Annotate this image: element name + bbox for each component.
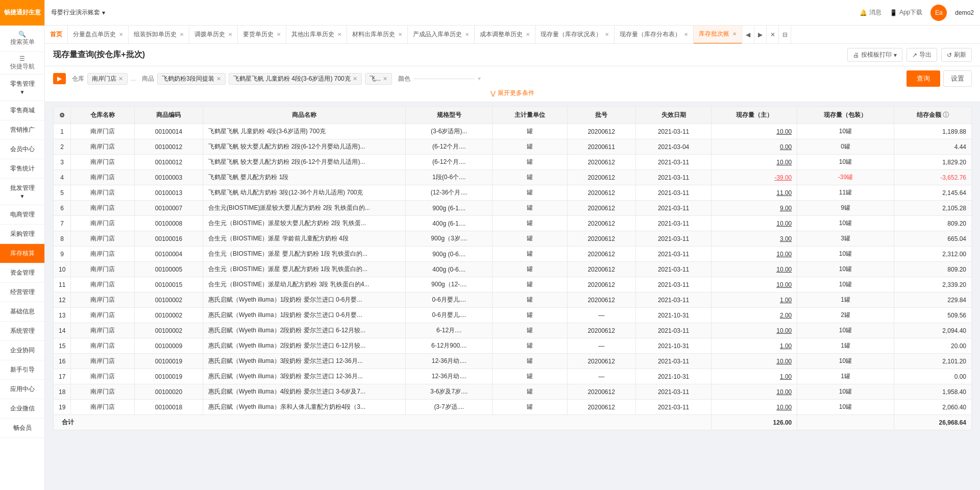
setting-button[interactable]: 设置	[943, 70, 972, 87]
sidebar-item-operations[interactable]: 经营管理	[0, 283, 44, 302]
col-settings[interactable]: ⚙	[54, 107, 71, 124]
sidebar-item-ecommerce[interactable]: 电商管理	[0, 205, 44, 225]
tab-transfer[interactable]: 调拨单历史 ✕	[189, 26, 238, 44]
tab-next-btn[interactable]: ▶	[754, 26, 767, 44]
close-icon[interactable]: ✕	[216, 76, 221, 82]
row-no: 13	[54, 308, 71, 323]
tab-order[interactable]: 要货单历史 ✕	[238, 26, 286, 44]
close-icon[interactable]: ✕	[119, 32, 123, 37]
row-qty-main[interactable]: 10.00	[712, 262, 797, 277]
row-qty-main[interactable]: 10.00	[712, 400, 797, 415]
tab-product-in[interactable]: 产成品入库单历史 ✕	[408, 26, 475, 44]
quick-nav[interactable]: ☰ 快捷导航	[0, 52, 44, 75]
tab-material-out[interactable]: 材料出库单历史 ✕	[347, 26, 408, 44]
tab-assemble[interactable]: 组装拆卸单历史 ✕	[129, 26, 189, 44]
tab-inventory-count[interactable]: 分量盘点单历史 ✕	[68, 26, 129, 44]
filter-expand-btn[interactable]: ▶	[53, 73, 66, 84]
tab-cost-adjust[interactable]: 成本调整单历史 ✕	[475, 26, 535, 44]
row-name: 合生元（BIOSTIME）派星幼儿配方奶粉 3段 乳铁蛋白的4...	[203, 277, 406, 292]
row-batch: 20200612	[567, 292, 635, 308]
tab-menu-btn[interactable]: ⊟	[779, 26, 791, 44]
sidebar-item-basic[interactable]: 基础信息	[0, 302, 44, 322]
row-expire: 2021-03-11	[635, 155, 712, 170]
close-icon[interactable]: ✕	[118, 76, 123, 82]
sidebar-item-retail[interactable]: 零售管理 ▼	[0, 75, 44, 101]
warehouse-tag[interactable]: 南岸门店 ✕	[87, 73, 128, 85]
close-icon[interactable]: ✕	[180, 32, 184, 37]
row-qty-main[interactable]: 10.00	[712, 247, 797, 262]
sidebar-item-apps[interactable]: 应用中心	[0, 380, 44, 399]
sidebar-item-marketing[interactable]: 营销推广	[0, 120, 44, 140]
sidebar-item-wholesale[interactable]: 批发管理 ▼	[0, 179, 44, 205]
close-icon[interactable]: ✕	[353, 76, 357, 82]
table-row: 5 南岸门店 00100013 飞鹤星飞帆 幼儿配方奶粉 3段(12-36个月幼…	[54, 185, 972, 201]
tab-other-out[interactable]: 其他出库单历史 ✕	[286, 26, 347, 44]
query-button[interactable]: 查询	[906, 70, 940, 87]
close-icon[interactable]: ✕	[465, 32, 469, 37]
tab-stock-dist[interactable]: 现存量（库存分布表） ✕	[615, 26, 694, 44]
close-icon[interactable]: ✕	[277, 32, 281, 37]
row-qty-main[interactable]: 10.00	[712, 155, 797, 170]
close-icon[interactable]: ✕	[732, 31, 737, 37]
app-logo: 畅捷通好生意	[0, 0, 44, 26]
tab-stock-status[interactable]: 现存量（库存状况表） ✕	[535, 26, 615, 44]
row-expire: 2021-03-11	[635, 354, 712, 369]
row-warehouse: 南岸门店	[71, 369, 135, 384]
row-qty-main[interactable]: 1.00	[712, 292, 797, 308]
sidebar-item-guide[interactable]: 新手引导	[0, 360, 44, 380]
tab-prev-btn[interactable]: ◀	[742, 26, 754, 44]
sidebar-item-retail-shop[interactable]: 零售商城	[0, 101, 44, 120]
sidebar-item-inventory[interactable]: 库存核算	[0, 244, 44, 263]
product-tag-2[interactable]: 飞鹤星飞帆 儿童奶粉 4段(3-6岁适用) 700克 ✕	[229, 73, 362, 85]
user-avatar[interactable]: Ea	[930, 5, 947, 21]
row-qty-main[interactable]: 2.00	[712, 308, 797, 323]
row-qty-main[interactable]: 1.00	[712, 338, 797, 354]
filter-more[interactable]: ...	[131, 75, 136, 82]
row-qty-main[interactable]: -39.00	[712, 170, 797, 185]
export-button[interactable]: ↗ 导出	[906, 48, 937, 62]
company-selector[interactable]: 母婴行业演示账套 ▾	[51, 8, 105, 17]
expand-conditions[interactable]: ⋁ 展开更多条件	[53, 89, 972, 97]
sidebar-item-system[interactable]: 系统管理	[0, 322, 44, 341]
close-icon[interactable]: ✕	[383, 76, 387, 82]
row-qty-main[interactable]: 0.00	[712, 139, 797, 155]
sidebar-item-member[interactable]: 会员中心	[0, 140, 44, 159]
app-download-button[interactable]: 📱 App下载	[890, 8, 922, 17]
sidebar-item-label: 经营管理	[2, 288, 42, 297]
sidebar-item-member2[interactable]: 畅会员	[0, 419, 44, 438]
row-batch: 20200612	[567, 384, 635, 400]
row-qty-main[interactable]: 10.00	[712, 323, 797, 338]
message-button[interactable]: 🔔 消息	[860, 8, 881, 17]
row-qty-main[interactable]: 10.00	[712, 277, 797, 292]
row-qty-main[interactable]: 10.00	[712, 384, 797, 400]
tab-close-btn[interactable]: ✕	[767, 26, 779, 44]
close-icon[interactable]: ✕	[337, 32, 341, 37]
tab-batch-ledger[interactable]: 库存批次账 ✕	[694, 26, 742, 44]
sidebar-search[interactable]: 🔍 搜索英单	[0, 26, 44, 52]
close-icon[interactable]: ✕	[684, 32, 688, 37]
row-qty-main[interactable]: 10.00	[712, 354, 797, 369]
sidebar-item-wechat[interactable]: 企业微信	[0, 399, 44, 419]
refresh-button[interactable]: ↺ 刷新	[941, 48, 972, 62]
close-icon[interactable]: ✕	[526, 32, 530, 37]
table-row: 6 南岸门店 00100007 合生元(BIOSTIME)派星较大婴儿配方奶粉 …	[54, 201, 972, 216]
product-tag-3[interactable]: 飞... ✕	[365, 73, 392, 85]
row-qty-main[interactable]: 3.00	[712, 231, 797, 247]
tab-home[interactable]: 首页	[45, 26, 68, 44]
sidebar-item-corp[interactable]: 企业协同	[0, 341, 44, 360]
total-label: 合计	[54, 415, 712, 430]
row-qty-main[interactable]: 10.00	[712, 216, 797, 231]
close-icon[interactable]: ✕	[605, 32, 609, 37]
tab-label: 材料出库单历史	[352, 30, 395, 39]
product-tag-1[interactable]: 飞鹤奶粉3段同提装 ✕	[157, 73, 226, 85]
row-qty-main[interactable]: 1.00	[712, 369, 797, 384]
print-button[interactable]: 🖨 按模板打印 ▾	[847, 48, 902, 62]
row-qty-main[interactable]: 10.00	[712, 124, 797, 139]
row-qty-main[interactable]: 11.00	[712, 185, 797, 201]
sidebar-item-retail-stats[interactable]: 零售统计	[0, 159, 44, 179]
close-icon[interactable]: ✕	[398, 32, 402, 37]
close-icon[interactable]: ✕	[228, 32, 232, 37]
sidebar-item-finance[interactable]: 资金管理	[0, 263, 44, 283]
sidebar-item-purchase[interactable]: 采购管理	[0, 225, 44, 244]
row-qty-main[interactable]: 9.00	[712, 201, 797, 216]
